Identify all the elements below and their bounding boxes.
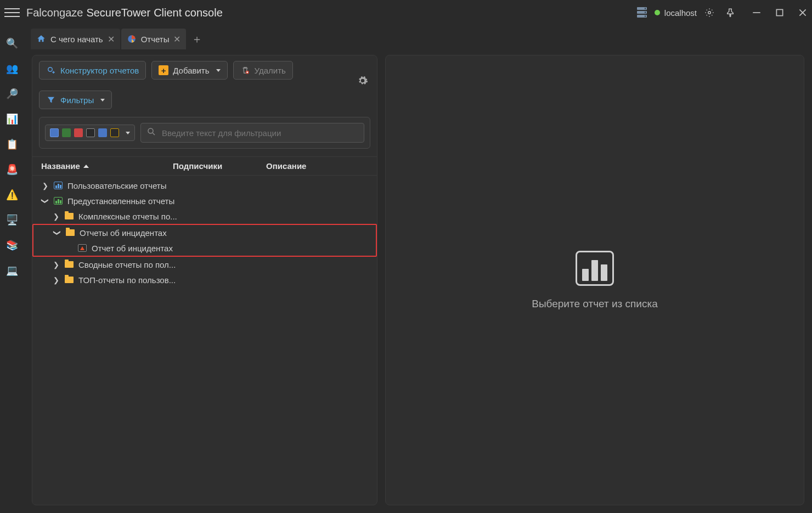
button-label: Удалить [255,66,286,75]
filter-bar [39,117,370,149]
type-pie-icon [74,128,83,137]
tree-node-complex[interactable]: ❯ Комплексные отчеты по... [32,208,377,224]
tree-node-incidents-folder[interactable]: ❯ Отчеты об инцидентах [33,225,376,240]
chart-icon [53,196,63,205]
tab-close-icon[interactable]: ✕ [108,34,115,44]
sidebar-audit-icon[interactable]: 🔎 [5,87,19,101]
tab-close-icon[interactable]: ✕ [173,34,181,44]
column-name[interactable]: Название [41,161,173,171]
svg-line-9 [153,133,155,135]
tab-label: С чего начать [50,35,103,44]
sidebar-search-icon[interactable]: 🔍 [5,36,19,50]
nav-sidebar: 🔍 👥 🔎 📊 📋 🚨 ⚠️ 🖥️ 📚 💻 [0,25,24,513]
report-constructor-button[interactable]: Конструктор отчетов [39,61,146,80]
server-name: localhost [664,8,697,18]
tree-node-user-reports[interactable]: ❯ Пользовательские отчеты [32,178,377,193]
trash-icon [240,65,250,75]
app-brand: Falcongaze SecureTower Client console [26,7,223,19]
button-label: Конструктор отчетов [60,66,139,75]
column-subscribers[interactable]: Подписчики [173,161,266,171]
collapse-icon[interactable]: ❯ [41,197,49,205]
home-icon [36,34,46,44]
funnel-icon [46,95,56,105]
collapse-icon[interactable]: ❯ [53,229,61,236]
tree-node-summary[interactable]: ❯ Сводные отчеты по пол... [32,257,377,272]
brand-falcongaze: Falcongaze [26,7,83,19]
sidebar-users-icon[interactable]: 👥 [5,61,19,76]
type-incident-icon [86,128,95,137]
pie-chart-icon [127,34,137,44]
expand-icon[interactable]: ❯ [52,276,60,284]
search-icon [146,127,156,139]
chevron-down-icon [126,132,130,134]
folder-icon [64,275,74,284]
maximize-icon[interactable] [775,8,785,18]
column-label: Подписчики [173,161,222,171]
folder-icon [65,228,75,237]
reports-toolbar: Конструктор отчетов + Добавить Удалить [32,55,377,112]
sidebar-alert-icon[interactable]: 🚨 [5,162,19,177]
sidebar-books-icon[interactable]: 📚 [5,238,19,252]
reports-table-header: Название Подписчики Описание [32,156,377,176]
column-label: Название [41,161,80,171]
tab-reports[interactable]: Отчеты ✕ [121,29,187,49]
server-indicator[interactable]: localhost [637,7,697,18]
title-bar: Falcongaze SecureTower Client console lo… [0,0,812,25]
menu-hamburger-icon[interactable] [4,5,20,20]
tree-node-top[interactable]: ❯ ТОП-отчеты по пользов... [32,272,377,287]
tab-label: Отчеты [141,35,170,44]
folder-icon [64,260,74,269]
tree-label: Отчет об инцидентах [92,244,173,253]
tree-node-preset-reports[interactable]: ❯ Предустановленные отчеты [32,193,377,208]
sidebar-warning-icon[interactable]: ⚠️ [5,188,19,202]
report-preview-panel: Выберите отчет из списка [385,55,804,505]
annotation-highlight: ❯ Отчеты об инцидентах Отчет об инцидент… [32,224,377,257]
tree-label: Отчеты об инцидентах [80,228,167,238]
column-description[interactable]: Описание [266,161,368,171]
expand-icon[interactable]: ❯ [52,212,60,221]
minimize-icon[interactable] [752,8,762,18]
close-icon[interactable] [798,8,808,18]
brand-clientconsole: Client console [154,7,223,19]
plus-icon: + [159,65,168,75]
sort-asc-icon [83,165,89,168]
svg-rect-2 [776,9,782,15]
sidebar-monitor-icon[interactable]: 🖥️ [5,213,19,227]
folder-icon [64,212,74,221]
filter-search-field[interactable] [140,123,364,143]
status-online-icon [655,10,660,15]
tab-getting-started[interactable]: С чего начать ✕ [31,29,120,49]
type-table-icon [62,128,71,137]
tree-label: Сводные отчеты по пол... [78,260,176,269]
tree-label: Предустановленные отчеты [67,196,174,206]
gear-plus-icon [46,65,56,75]
type-clock-icon [110,128,119,137]
window-controls [752,8,808,18]
incident-icon [77,244,87,252]
sidebar-chart-icon[interactable]: 📊 [5,112,19,126]
svg-point-6 [48,67,53,72]
sidebar-laptop-icon[interactable]: 💻 [5,263,19,278]
expand-icon[interactable]: ❯ [52,261,60,269]
filter-input[interactable] [162,128,358,138]
expand-icon[interactable]: ❯ [41,182,49,190]
filters-button[interactable]: Фильтры [39,91,112,109]
tree-label: ТОП-отчеты по пользов... [78,275,176,285]
server-rack-icon [637,7,650,18]
delete-report-button[interactable]: Удалить [233,61,293,80]
panel-settings-gear-icon[interactable] [357,75,368,88]
chart-placeholder-icon [576,251,614,286]
report-type-selector[interactable] [45,125,135,141]
settings-gear-icon[interactable] [704,8,714,18]
add-report-button[interactable]: + Добавить [151,61,227,80]
pin-icon[interactable] [725,8,735,18]
tree-leaf-incident-report[interactable]: Отчет об инцидентах [33,240,376,256]
chart-icon [53,181,63,190]
tree-label: Комплексные отчеты по... [78,212,177,221]
sidebar-clipboard-icon[interactable]: 📋 [5,137,19,151]
new-tab-button[interactable]: ＋ [187,29,207,49]
svg-point-0 [708,12,711,14]
svg-point-8 [148,128,153,133]
type-bar-icon [50,128,59,137]
column-label: Описание [266,161,306,171]
